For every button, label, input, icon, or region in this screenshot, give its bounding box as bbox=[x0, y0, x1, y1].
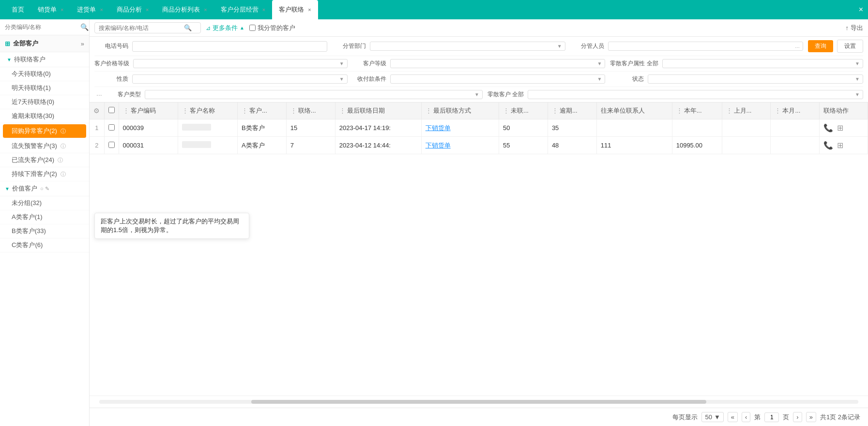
customer-type-label: 客户类型 bbox=[107, 90, 141, 99]
sidebar-search-input[interactable] bbox=[5, 24, 77, 30]
nav-close-product-analysis[interactable]: × bbox=[146, 0, 149, 19]
settings-icon[interactable]: ⚙ bbox=[93, 107, 100, 115]
sort-icon-name[interactable]: ⋮ bbox=[182, 107, 188, 114]
nav-close-sales[interactable]: × bbox=[61, 0, 63, 19]
sidebar-item-loss-warning[interactable]: 流失预警客户(3) ⓘ bbox=[0, 139, 89, 153]
status-select[interactable]: ▼ bbox=[648, 74, 863, 84]
sidebar-all-customers[interactable]: ⊞ 全部客户 » bbox=[0, 35, 89, 52]
phone-label: 电话号码 bbox=[94, 42, 128, 50]
per-page-value: 50 bbox=[705, 413, 712, 421]
table-area[interactable]: ⚙ ⋮客户编码 ⋮客户名称 ⋮ bbox=[90, 103, 868, 396]
sidebar-item-class-a[interactable]: A类客户(1) bbox=[0, 210, 89, 224]
prev-page-button[interactable]: ‹ bbox=[742, 412, 750, 422]
query-button[interactable]: 查询 bbox=[808, 40, 833, 52]
retail-caret: ▼ bbox=[855, 92, 860, 97]
nav-home[interactable]: 首页 bbox=[5, 0, 31, 19]
sidebar-collapse-button[interactable]: » bbox=[81, 40, 84, 47]
triangle-icon: ▼ bbox=[7, 57, 12, 62]
nav-customer-contact[interactable]: 客户联络 × bbox=[272, 0, 318, 19]
sidebar-item-lost[interactable]: 已流失客户(24) ⓘ bbox=[0, 153, 89, 167]
export-button[interactable]: ↑ 导出 bbox=[846, 24, 864, 32]
sidebar-item-7days[interactable]: 近7天待联络(0) bbox=[0, 95, 89, 109]
row1-last-month bbox=[722, 119, 771, 137]
sort-icon-contact[interactable]: ⋮ bbox=[290, 107, 297, 114]
sort-icon-method[interactable]: ⋮ bbox=[426, 107, 432, 114]
nav-purchase-order[interactable]: 进货单 × bbox=[70, 0, 109, 19]
row2-checkbox[interactable] bbox=[108, 142, 115, 148]
sort-icon-unread[interactable]: ⋮ bbox=[503, 107, 509, 114]
payment-select[interactable]: ▼ bbox=[390, 74, 606, 84]
top-nav: 首页 销货单 × 进货单 × 商品分析 × 商品分析列表 × 客户分层经营 × … bbox=[0, 0, 868, 19]
my-customer-checkbox[interactable] bbox=[249, 25, 256, 31]
retail-select[interactable]: ▼ bbox=[528, 90, 863, 99]
sort-icon-date[interactable]: ⋮ bbox=[339, 107, 346, 114]
nav-sales-order[interactable]: 销货单 × bbox=[31, 0, 70, 19]
manager-select[interactable]: … bbox=[608, 42, 803, 51]
edit-icon-value[interactable]: ○ ✎ bbox=[40, 186, 49, 192]
sort-icon-code[interactable]: ⋮ bbox=[123, 107, 129, 114]
row1-this-month bbox=[771, 119, 820, 137]
price-level-select[interactable]: ▼ bbox=[133, 59, 348, 68]
header-checkbox[interactable] bbox=[108, 107, 115, 113]
sidebar-item-today[interactable]: 今天待联络(0) bbox=[0, 67, 89, 81]
price-caret: ▼ bbox=[339, 61, 344, 66]
filter-rows: 电话号码 分管部门 ▼ 分管人员 … bbox=[90, 37, 868, 103]
nav-customer-segment[interactable]: 客户分层经营 × bbox=[214, 0, 272, 19]
sidebar-item-tomorrow[interactable]: 明天待联络(1) bbox=[0, 81, 89, 95]
row2-phone-icon[interactable]: 📞 bbox=[823, 141, 833, 150]
sidebar-item-repurchase-anomaly[interactable]: 回购异常客户(2) ⓘ bbox=[3, 124, 86, 138]
nav-close-contact[interactable]: × bbox=[308, 0, 311, 19]
retail-attr-select[interactable]: ▼ bbox=[662, 59, 863, 68]
sidebar-item-class-c[interactable]: C类客户(6) bbox=[0, 238, 89, 252]
sidebar-search-icon[interactable]: 🔍 bbox=[80, 23, 89, 31]
customer-level-select[interactable]: ▼ bbox=[390, 59, 606, 68]
horizontal-scrollbar[interactable] bbox=[99, 400, 858, 404]
row1-contact: 15 bbox=[286, 119, 335, 137]
first-page-button[interactable]: « bbox=[728, 412, 738, 422]
sort-icon-type[interactable]: ⋮ bbox=[242, 107, 248, 114]
per-page-label: 每页显示 bbox=[672, 413, 698, 422]
row1-phone-icon[interactable]: 📞 bbox=[823, 123, 833, 132]
sidebar-item-overdue[interactable]: 逾期未联络(30) bbox=[0, 109, 89, 123]
row1-detail-icon[interactable]: ⊞ bbox=[837, 123, 843, 132]
row1-method-link[interactable]: 下销货单 bbox=[426, 124, 451, 132]
filter-search-input[interactable] bbox=[99, 25, 181, 31]
sidebar-item-ungrouped[interactable]: 未分组(32) bbox=[0, 196, 89, 210]
sort-icon-overdue[interactable]: ⋮ bbox=[552, 107, 558, 114]
my-customer-checkbox-area[interactable]: 我分管的客户 bbox=[249, 24, 295, 32]
customer-type-select[interactable]: ▼ bbox=[145, 90, 483, 99]
per-page-select[interactable]: 50 ▼ bbox=[701, 412, 723, 422]
sidebar-group-value[interactable]: ▼ 价值客户 ○ ✎ bbox=[0, 181, 89, 196]
filter-more-button[interactable]: ⊿ 更多条件 ▲ bbox=[206, 24, 244, 32]
window-close-button[interactable]: × bbox=[859, 5, 863, 14]
sort-icon-tmonth[interactable]: ⋮ bbox=[775, 107, 781, 114]
price-level-label: 客户价格等级 bbox=[94, 59, 129, 68]
nav-close-purchase[interactable]: × bbox=[100, 0, 103, 19]
filter-cell-nature: 性质 ▼ bbox=[94, 74, 348, 84]
next-page-button[interactable]: › bbox=[793, 412, 802, 422]
last-page-button[interactable]: » bbox=[806, 412, 816, 422]
row1-last-date: 2023-04-17 14:19: bbox=[335, 119, 421, 137]
settings-button[interactable]: 设置 bbox=[837, 40, 863, 53]
sidebar-group-pending[interactable]: ▼ 待联络客户 bbox=[0, 52, 89, 67]
dept-select[interactable]: ▼ bbox=[370, 42, 565, 51]
row2-method-link[interactable]: 下销货单 bbox=[426, 142, 451, 149]
sidebar-item-class-b[interactable]: B类客户(33) bbox=[0, 224, 89, 238]
phone-input[interactable] bbox=[132, 41, 327, 52]
nav-close-product-list[interactable]: × bbox=[204, 0, 207, 19]
customer-table: ⚙ ⋮客户编码 ⋮客户名称 ⋮ bbox=[90, 103, 868, 154]
sort-icon-year[interactable]: ⋮ bbox=[676, 107, 683, 114]
more-dots[interactable]: ··· bbox=[96, 91, 102, 99]
nav-product-analysis[interactable]: 商品分析 × bbox=[110, 0, 155, 19]
sidebar-item-declining[interactable]: 持续下滑客户(2) ⓘ bbox=[0, 167, 89, 181]
filter-row-4: ··· 客户类型 ▼ 零散客户 全部 ▼ bbox=[94, 87, 863, 102]
nature-select[interactable]: ▼ bbox=[132, 74, 348, 84]
nav-product-analysis-list[interactable]: 商品分析列表 × bbox=[155, 0, 213, 19]
page-input[interactable] bbox=[764, 412, 779, 422]
row2-detail-icon[interactable]: ⊞ bbox=[837, 141, 843, 150]
sort-icon-lmonth[interactable]: ⋮ bbox=[726, 107, 732, 114]
scrollbar-thumb[interactable] bbox=[251, 400, 707, 404]
row1-checkbox[interactable] bbox=[108, 124, 115, 131]
nav-close-segment[interactable]: × bbox=[262, 0, 265, 19]
filter-search-icon[interactable]: 🔍 bbox=[184, 24, 192, 31]
